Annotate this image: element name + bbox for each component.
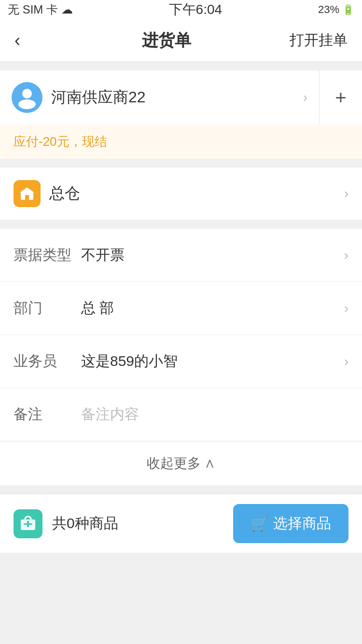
page-title: 进货单: [142, 29, 191, 52]
salesperson-value: 这是859的小智: [81, 351, 344, 371]
status-right: 23% 🔋: [318, 3, 354, 16]
collapse-label: 收起更多 ∧: [147, 454, 216, 473]
department-label: 部门: [14, 298, 81, 318]
bottom-bar: 共0种商品 🛒 选择商品: [0, 494, 362, 553]
salesperson-label: 业务员: [14, 351, 81, 371]
svg-rect-4: [25, 195, 29, 200]
department-value: 总 部: [81, 298, 344, 318]
svg-rect-7: [27, 521, 29, 527]
invoice-type-row[interactable]: 票据类型 不开票 ›: [0, 229, 362, 282]
open-pending-button[interactable]: 打开挂单: [290, 30, 348, 50]
nav-bar: ‹ 进货单 打开挂单: [0, 19, 362, 62]
warehouse-chevron-icon: ›: [344, 186, 348, 201]
remark-row[interactable]: 备注 备注内容: [0, 388, 362, 441]
svg-marker-3: [20, 187, 34, 193]
battery-icon: 🔋: [342, 4, 354, 15]
remark-label: 备注: [14, 405, 81, 424]
section-gap-1: [0, 62, 362, 70]
department-row[interactable]: 部门 总 部 ›: [0, 282, 362, 335]
person-icon: [15, 86, 39, 109]
section-gap-2: [0, 159, 362, 168]
supplier-chevron-icon: ›: [303, 90, 307, 105]
form-section: 票据类型 不开票 › 部门 总 部 › 业务员 这是859的小智 › 备注 备注…: [0, 229, 362, 485]
svg-point-1: [18, 99, 36, 109]
collapse-button[interactable]: 收起更多 ∧: [0, 441, 362, 485]
supplier-section: 河南供应商22 › +: [0, 70, 362, 125]
section-gap-4: [0, 485, 362, 494]
salesperson-row[interactable]: 业务员 这是859的小智 ›: [0, 335, 362, 388]
salesperson-chevron-icon: ›: [344, 354, 348, 369]
back-button[interactable]: ‹: [14, 30, 43, 51]
warehouse-icon: [14, 180, 41, 207]
page-background: [0, 553, 362, 644]
department-chevron-icon: ›: [344, 301, 348, 316]
invoice-type-chevron-icon: ›: [344, 248, 348, 263]
status-left: 无 SIM 卡 ☁: [8, 2, 73, 17]
svg-point-0: [22, 89, 32, 98]
warehouse-selector[interactable]: 总仓 ›: [0, 168, 362, 220]
select-product-icon: 🛒: [251, 515, 268, 532]
balance-notice: 应付-20元，现结: [0, 125, 362, 159]
product-count: 共0种商品: [52, 514, 223, 533]
status-time: 下午6:04: [169, 0, 223, 19]
supplier-avatar: [12, 82, 42, 113]
add-supplier-button[interactable]: +: [320, 70, 362, 125]
remark-value: 备注内容: [81, 405, 348, 424]
product-icon: [14, 509, 42, 538]
select-product-label: 选择商品: [273, 514, 331, 533]
select-product-button[interactable]: 🛒 选择商品: [233, 504, 348, 543]
supplier-name: 河南供应商22: [51, 87, 294, 108]
invoice-type-label: 票据类型: [14, 245, 81, 265]
warehouse-name: 总仓: [49, 183, 335, 204]
status-bar: 无 SIM 卡 ☁ 下午6:04 23% 🔋: [0, 0, 362, 19]
sim-label: 无 SIM 卡 ☁: [8, 2, 73, 17]
invoice-type-value: 不开票: [81, 245, 344, 265]
section-gap-3: [0, 220, 362, 229]
battery-label: 23%: [318, 3, 339, 16]
supplier-selector[interactable]: 河南供应商22 ›: [0, 70, 320, 125]
